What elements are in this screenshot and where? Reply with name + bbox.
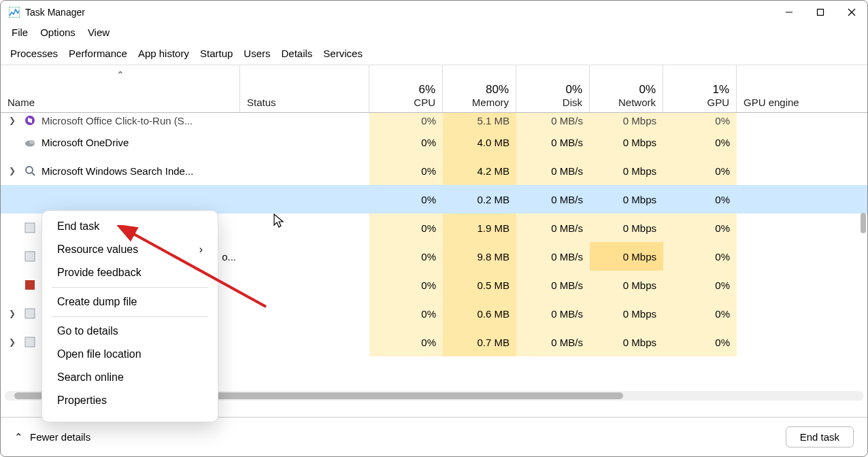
svg-rect-13 — [25, 309, 35, 318]
cell-disk: 0 MB/s — [516, 328, 590, 356]
svg-rect-10 — [25, 223, 35, 233]
cell-disk: 0 MB/s — [516, 185, 590, 214]
cell-gpu: 0% — [663, 242, 737, 271]
menu-item-label: Properties — [57, 394, 107, 407]
cell-cpu: 0% — [369, 128, 443, 156]
header-cpu[interactable]: 6% CPU — [369, 65, 443, 112]
table-row[interactable]: Microsoft OneDrive0%4.0 MB0 MB/s0 Mbps0% — [1, 128, 867, 156]
menu-item[interactable]: Provide feedback — [42, 261, 218, 284]
menu-item-label: Open file location — [57, 348, 141, 360]
menu-item[interactable]: Open file location — [42, 343, 218, 366]
menu-view[interactable]: View — [88, 27, 110, 38]
table-row[interactable]: ❯Microsoft Windows Search Inde...0%4.2 M… — [1, 156, 867, 185]
cell-gpu-engine — [737, 113, 867, 128]
cell-cpu: 0% — [369, 271, 443, 299]
cell-cpu: 0% — [369, 242, 443, 271]
minimize-button[interactable] — [773, 1, 805, 24]
menu-item-label: Resource values — [57, 243, 138, 256]
process-icon — [24, 336, 36, 348]
column-headers: ⌃ Name Status 6% CPU 80% Memory 0% Disk … — [1, 65, 867, 113]
process-icon — [24, 222, 36, 234]
cell-gpu-engine — [737, 299, 867, 328]
svg-rect-11 — [25, 252, 35, 261]
table-row[interactable]: ❯Microsoft Office Click-to-Run (S...0%5.… — [1, 113, 867, 128]
maximize-button[interactable] — [805, 1, 836, 24]
menu-item[interactable]: Resource values› — [42, 238, 218, 261]
cell-memory: 5.1 MB — [443, 113, 516, 128]
svg-line-9 — [32, 173, 35, 175]
cell-gpu-engine — [737, 271, 867, 299]
submenu-arrow-icon: › — [199, 243, 203, 256]
cell-memory: 0.2 MB — [443, 185, 516, 214]
process-icon — [24, 250, 36, 263]
chevron-up-icon[interactable]: ⌃ — [14, 431, 23, 443]
cell-gpu-engine — [737, 185, 867, 214]
cell-gpu: 0% — [663, 328, 737, 356]
cell-gpu: 0% — [663, 214, 737, 242]
cell-network: 0 Mbps — [590, 113, 663, 128]
expand-icon[interactable]: ❯ — [9, 116, 18, 125]
cell-network: 0 Mbps — [590, 156, 663, 185]
close-button[interactable] — [836, 1, 867, 24]
menu-item-label: Provide feedback — [57, 267, 141, 279]
cell-status — [240, 128, 369, 156]
tab-app-history[interactable]: App history — [134, 44, 193, 65]
cell-cpu: 0% — [369, 214, 443, 242]
process-icon — [24, 165, 36, 177]
vertical-scrollbar-thumb[interactable] — [861, 213, 866, 233]
cell-memory: 9.8 MB — [443, 242, 516, 271]
context-menu: End taskResource values›Provide feedback… — [41, 210, 218, 422]
menu-item[interactable]: End task — [42, 215, 218, 238]
process-icon — [24, 136, 36, 148]
window-title: Task Manager — [25, 7, 85, 18]
process-icon — [24, 114, 36, 126]
cell-cpu: 0% — [369, 328, 443, 356]
cell-memory: 4.0 MB — [443, 128, 516, 156]
table-row[interactable]: 0%0.2 MB0 MB/s0 Mbps0% — [1, 185, 867, 214]
process-icon — [24, 279, 36, 291]
header-memory[interactable]: 80% Memory — [443, 65, 516, 112]
menu-file[interactable]: File — [12, 27, 28, 38]
tab-bar: Processes Performance App history Startu… — [1, 44, 867, 65]
tab-services[interactable]: Services — [319, 44, 367, 65]
header-gpu[interactable]: 1% GPU — [663, 65, 737, 112]
cell-gpu-engine — [737, 242, 867, 271]
expand-icon[interactable]: ❯ — [9, 309, 18, 318]
menu-item[interactable]: Properties — [42, 389, 218, 412]
header-network[interactable]: 0% Network — [590, 65, 663, 112]
fewer-details-link[interactable]: Fewer details — [30, 431, 90, 443]
cell-disk: 0 MB/s — [516, 299, 590, 328]
process-icon — [24, 307, 36, 320]
header-status[interactable]: Status — [240, 65, 369, 112]
cell-disk: 0 MB/s — [516, 271, 590, 299]
menu-item[interactable]: Search online — [42, 366, 218, 389]
tab-details[interactable]: Details — [278, 44, 317, 65]
menu-item[interactable]: Go to details — [42, 320, 218, 343]
expand-icon[interactable]: ❯ — [9, 337, 18, 347]
cell-network: 0 Mbps — [590, 271, 663, 299]
tab-performance[interactable]: Performance — [65, 44, 131, 65]
menu-item-label: Create dump file — [57, 296, 137, 308]
cell-memory: 1.9 MB — [443, 214, 516, 242]
menu-item-label: End task — [57, 220, 99, 233]
tab-processes[interactable]: Processes — [6, 44, 62, 65]
tab-users[interactable]: Users — [239, 44, 274, 65]
header-name[interactable]: ⌃ Name — [1, 65, 240, 112]
header-gpu-engine[interactable]: GPU engine — [737, 65, 867, 112]
cell-cpu: 0% — [369, 299, 443, 328]
menu-item-label: Go to details — [57, 325, 118, 337]
end-task-button[interactable]: End task — [786, 426, 854, 447]
cell-status — [240, 242, 369, 271]
menu-options[interactable]: Options — [40, 27, 76, 38]
expand-icon[interactable]: ❯ — [9, 166, 18, 175]
cell-status — [240, 113, 369, 128]
cell-disk: 0 MB/s — [516, 128, 590, 156]
cell-gpu-engine — [737, 328, 867, 356]
cell-status — [240, 156, 369, 185]
cell-status — [240, 185, 369, 214]
tab-startup[interactable]: Startup — [196, 44, 237, 65]
cell-disk: 0 MB/s — [516, 242, 590, 271]
menu-item[interactable]: Create dump file — [42, 290, 218, 314]
header-disk[interactable]: 0% Disk — [516, 65, 590, 112]
cell-cpu: 0% — [369, 185, 443, 214]
